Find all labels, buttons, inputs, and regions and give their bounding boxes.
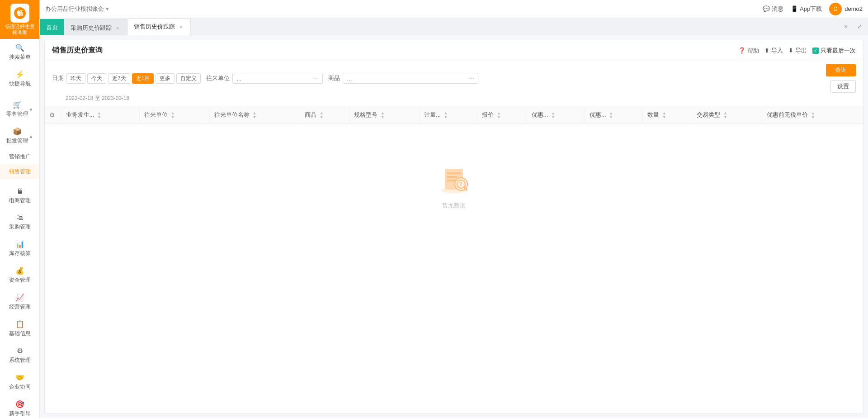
sidebar-item-basic-info[interactable]: 📋 基础信息 <box>0 315 39 342</box>
help-label: 帮助 <box>747 47 759 55</box>
tab-purchase-history[interactable]: 采购历史价跟踪 × <box>64 19 127 36</box>
counterpart-picker-icon[interactable]: ··· <box>313 74 319 82</box>
query-btn[interactable]: 查询 <box>826 64 856 76</box>
sidebar-item-purchase[interactable]: 🛍 采购管理 <box>0 209 39 235</box>
tab-sales-close-btn[interactable]: × <box>178 24 184 30</box>
sort-icon: ▲▼ <box>723 111 727 119</box>
sidebar-item-search[interactable]: 🔍 搜索菜单 <box>0 39 39 66</box>
tab-home[interactable]: 首页 <box>40 19 64 36</box>
goods-label: 商品 <box>328 74 340 82</box>
svg-rect-5 <box>447 176 458 178</box>
sort-icon: ▲▼ <box>497 111 501 119</box>
sidebar-item-wholesale[interactable]: 📦 批发管理 ▲ <box>0 123 39 149</box>
sidebar-item-guide[interactable]: 🎯 新手引导 <box>0 395 39 418</box>
sidebar-item-label: 零售管理 <box>6 110 28 118</box>
counterpart-input[interactable] <box>236 75 313 82</box>
import-icon: ⬆ <box>764 47 769 54</box>
date-btn-custom[interactable]: 自定义 <box>176 73 201 84</box>
table-th-discount2[interactable]: 优惠... ▲▼ <box>585 107 642 123</box>
sidebar-item-system[interactable]: ⚙ 系统管理 <box>0 342 39 369</box>
help-icon: ❓ <box>738 47 745 54</box>
only-last-checkbox-label[interactable]: ✓ 只看最后一次 <box>812 47 856 55</box>
export-label: 导出 <box>795 47 807 55</box>
window-close-btn[interactable]: × <box>841 22 851 32</box>
empty-icon: ? <box>436 160 472 196</box>
sidebar-item-operations[interactable]: 📈 经营管理 <box>0 289 39 315</box>
tab-purchase-close-btn[interactable]: × <box>114 25 121 31</box>
sidebar-item-label: 快捷导航 <box>9 80 31 88</box>
only-last-checkbox[interactable]: ✓ <box>812 48 819 54</box>
date-btn-more[interactable]: 更多 <box>156 73 175 84</box>
only-last-label: 只看最后一次 <box>821 47 856 55</box>
goods-filter: 商品 ··· <box>328 73 478 84</box>
sidebar-item-label: 营销推广 <box>9 153 31 161</box>
table-th-goods[interactable]: 商品 ▲▼ <box>300 107 349 123</box>
sidebar-item-shortcut[interactable]: ⚡ 快捷导航 <box>0 66 39 92</box>
tab-sales-history[interactable]: 销售历史价跟踪 × <box>127 18 191 35</box>
guide-icon: 🎯 <box>15 400 24 408</box>
date-btn-1month[interactable]: 近1月 <box>132 73 154 84</box>
sidebar-item-sales-mgmt[interactable]: 销售管理 <box>0 164 39 179</box>
sidebar-item-ecommerce[interactable]: 🖥 电商管理 <box>0 183 39 209</box>
tab-purchase-label: 采购历史价跟踪 <box>71 24 112 32</box>
msg-icon: 💬 <box>763 5 770 12</box>
export-btn[interactable]: ⬇ 导出 <box>788 47 807 55</box>
table-th-trade-type[interactable]: 交易类型 ▲▼ <box>692 107 762 123</box>
date-btn-7days[interactable]: 近7天 <box>108 73 130 84</box>
retail-icon: 🛒 <box>13 100 22 109</box>
table-th-spec[interactable]: 规格型号 ▲▼ <box>349 107 420 123</box>
data-table: ⚙ 业务发生... ▲▼ 往来单位 ▲▼ 往来单位名称 <box>45 107 863 124</box>
help-btn[interactable]: ❓ 帮助 <box>738 47 759 55</box>
purchase-icon: 🛍 <box>16 214 24 222</box>
app-logo[interactable]: 畅 畅捷通好生意 标准版 <box>0 0 39 39</box>
table-th-discount1[interactable]: 优惠... ▲▼ <box>527 107 585 123</box>
table-settings-icon[interactable]: ⚙ <box>49 111 55 119</box>
goods-picker-icon[interactable]: ··· <box>468 74 474 82</box>
cooperation-icon: 🤝 <box>15 373 24 382</box>
sidebar-item-inventory[interactable]: 📊 库存核算 <box>0 235 39 262</box>
topbar-msg-btn[interactable]: 💬 消息 <box>763 5 783 13</box>
export-icon: ⬇ <box>788 47 793 54</box>
operations-icon: 📈 <box>15 293 24 302</box>
setting-btn[interactable]: 设置 <box>830 80 856 93</box>
table-th-counterpart[interactable]: 往来单位 ▲▼ <box>140 107 210 123</box>
sidebar-item-label: 资金管理 <box>9 276 31 284</box>
window-maximize-btn[interactable]: ⤢ <box>854 22 864 32</box>
sidebar-item-retail[interactable]: 🛒 零售管理 ▼ <box>0 96 39 123</box>
table-th-pretax-price[interactable]: 优惠前无税单价 ▲▼ <box>762 107 863 123</box>
empty-text: 暂无数据 <box>442 201 466 209</box>
page-container: 销售历史价查询 ❓ 帮助 ⬆ 导入 ⬇ 导出 ✓ <box>44 40 863 413</box>
sidebar-item-cooperation[interactable]: 🤝 企业协同 <box>0 369 39 395</box>
goods-input-wrap[interactable]: ··· <box>343 73 478 84</box>
inventory-icon: 📊 <box>15 240 24 248</box>
table-th-qty[interactable]: 数量 ▲▼ <box>643 107 692 123</box>
sidebar-item-label: 新手引导 <box>9 410 31 418</box>
empty-state: ? 暂无数据 <box>45 124 863 246</box>
sidebar-item-label: 基础信息 <box>9 330 31 337</box>
topbar-user[interactable]: D demo2 <box>829 3 863 15</box>
svg-text:畅: 畅 <box>17 10 23 17</box>
sidebar-item-marketing[interactable]: 营销推广 <box>0 149 39 164</box>
table-th-price[interactable]: 报价 ▲▼ <box>477 107 527 123</box>
tab-spacer <box>191 18 837 35</box>
counterpart-input-wrap[interactable]: ··· <box>232 73 323 84</box>
date-btn-yesterday[interactable]: 昨天 <box>66 73 85 84</box>
date-range-display: 2023-02-18 至 2023-03-18 <box>52 95 129 102</box>
table-th-unit[interactable]: 计量... ▲▼ <box>420 107 477 123</box>
sidebar-item-finance[interactable]: 💰 资金管理 <box>0 262 39 289</box>
wholesale-icon: 📦 <box>13 127 22 136</box>
date-btn-today[interactable]: 今天 <box>87 73 106 84</box>
sidebar-item-label: 批发管理 <box>6 137 28 145</box>
date-filter: 日期 昨天 今天 近7天 近1月 更多 自定义 <box>52 73 201 84</box>
basic-info-icon: 📋 <box>15 320 24 328</box>
table-th-counterpart-name[interactable]: 往来单位名称 ▲▼ <box>209 107 300 123</box>
topbar-dropdown-icon[interactable]: ▾ <box>106 5 109 12</box>
table-th-biz-date[interactable]: 业务发生... ▲▼ <box>61 107 140 123</box>
page-title: 销售历史价查询 <box>52 46 103 55</box>
table-th-settings[interactable]: ⚙ <box>45 107 61 123</box>
sort-icon: ▲▼ <box>320 111 324 119</box>
topbar-app-download-btn[interactable]: 📱 App下载 <box>791 5 822 13</box>
goods-input[interactable] <box>347 75 468 82</box>
table-header-row: ⚙ 业务发生... ▲▼ 往来单位 ▲▼ 往来单位名称 <box>45 107 863 123</box>
import-btn[interactable]: ⬆ 导入 <box>764 47 783 55</box>
